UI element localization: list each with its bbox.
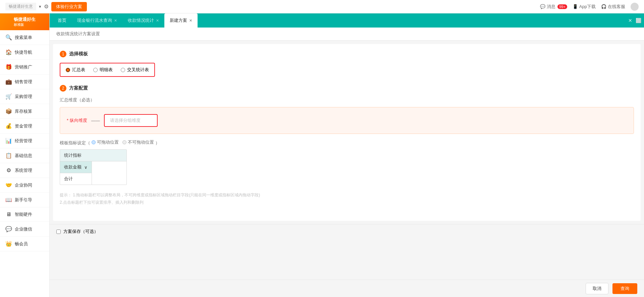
service-icon: 🎧 [601,4,606,9]
save-label: 方案保存（可选） [63,229,98,235]
wechat-icon: 💬 [5,226,12,232]
management-icon: 📊 [5,138,12,144]
col1-dropdown-icon[interactable]: ∨ [84,165,88,170]
hardware-icon: 🖥 [5,211,12,217]
query-button[interactable]: 查询 [612,283,637,294]
dim-arrow: —— [91,118,100,123]
sidebar-item-hardware[interactable]: 🖥 智能硬件 [0,207,49,222]
download-button[interactable]: 📱 App下载 [573,4,596,10]
gear-icon[interactable]: ⚙ [44,3,49,10]
sidebar-item-guide[interactable]: 📖 新手引导 [0,193,49,207]
col2-label: 合计 [64,176,73,181]
hint-2: 2.点击标题栏下拉可设置排序、插入列和删除列 [60,199,634,206]
tab-receipt-label: 收款情况统计 [128,17,154,23]
content-area: 首页 现金银行流水查询 ✕ 收款情况统计 ✕ 新建方案 ✕ ✕ ⬜ [50,13,644,297]
top-bar-right: 💬 消息 99+ 📱 App下载 🎧 在线客服 [540,3,639,11]
sidebar-item-management[interactable]: 📊 经营管理 [0,134,49,148]
indicator-settings: 模板指标设定（ 可拖动位置 不可拖动位置 ） [60,139,634,185]
search-icon: 🔍 [5,34,12,41]
page-header-text: 收款情况统计方案设置 [56,31,100,36]
step1-section: 1 选择模板 汇总表 明细表 [60,51,634,77]
sidebar-label-system: 系统管理 [15,167,32,174]
step2-title: 方案配置 [69,85,88,91]
radio-cross[interactable]: 交叉统计表 [121,67,149,73]
top-bar: 畅捷通好生意 ▾ ⚙ 体验行业方案 💬 消息 99+ 📱 App下载 🎧 在线客… [0,0,644,13]
non-draggable-dot [122,140,126,144]
tab-home[interactable]: 首页 [52,13,72,28]
radio-cross-input[interactable] [121,68,125,72]
radio-summary-label: 汇总表 [72,67,85,73]
col1-header[interactable]: 收款金额 ∨ [60,161,92,173]
radio-summary-input[interactable] [66,68,70,72]
tab-new-plan[interactable]: 新建方案 ✕ [164,13,198,28]
sidebar-item-nav[interactable]: 🏠 快捷导航 [0,45,49,60]
indicator-header: 模板指标设定（ 可拖动位置 不可拖动位置 ） [60,139,634,146]
sidebar-label-base: 基础信息 [15,153,32,159]
trial-button[interactable]: 体验行业方案 [51,2,87,11]
sidebar-item-marketing[interactable]: 🎁 营销推广 [0,60,49,75]
tab-cashflow[interactable]: 现金银行流水查询 ✕ [72,13,122,28]
avatar[interactable] [631,3,639,11]
dropdown-icon[interactable]: ▾ [39,4,41,9]
tab-receipt[interactable]: 收款情况统计 ✕ [122,13,164,28]
sidebar-label-sales: 销售管理 [15,79,32,85]
sidebar-item-finance[interactable]: 💰 资金管理 [0,119,49,134]
tab-cashflow-close[interactable]: ✕ [114,18,117,23]
step1-number: 1 [60,51,66,57]
base-icon: 📋 [5,152,12,159]
save-checkbox[interactable] [56,230,61,234]
sidebar-item-sales[interactable]: 💼 销售管理 [0,75,49,89]
message-badge: 99+ [557,4,567,9]
hint-text: 提示： 1.拖动标题栏可以调整布局，不可跨维度或指标区域拖动栏目字段(只能在同一… [60,192,634,206]
sidebar-item-collab[interactable]: 🤝 企业协同 [0,178,49,193]
sidebar-item-system[interactable]: ⚙ 系统管理 [0,163,49,178]
tab-cashflow-label: 现金银行流水查询 [77,17,112,23]
purchase-icon: 🛒 [5,93,12,100]
step2-number: 2 [60,85,66,92]
brand-sub: 标准版 [14,22,36,27]
col1-label: 收款金额 [64,164,82,170]
window-controls: ✕ ⬜ [628,18,641,23]
vertical-dim-label: * 纵向维度 [67,117,87,123]
main-layout: 畅捷通好生 标准版 🔍 搜索菜单 🏠 快捷导航 🎁 营销推广 💼 销售管理 🛒 … [0,13,644,297]
cancel-button[interactable]: 取消 [586,283,608,294]
close-window-icon[interactable]: ✕ [628,18,632,23]
indicator-label: 模板指标设定（ 可拖动位置 不可拖动位置 ） [60,139,160,146]
brand-name: 畅捷通好生 [14,16,36,22]
tab-new-plan-label: 新建方案 [170,17,187,23]
guide-icon: 📖 [5,197,12,203]
sidebar-item-purchase[interactable]: 🛒 采购管理 [0,89,49,104]
indicator-columns: 收款金额 ∨ 合计 [60,161,126,185]
radio-detail[interactable]: 明细表 [93,67,113,73]
maximize-icon[interactable]: ⬜ [636,18,641,23]
service-button[interactable]: 🎧 在线客服 [601,4,625,10]
tab-bar: 首页 现金银行流水查询 ✕ 收款情况统计 ✕ 新建方案 ✕ ✕ ⬜ [50,13,644,28]
sidebar-label-guide: 新手引导 [15,197,32,203]
step2-header: 2 方案配置 [60,85,634,92]
sidebar-item-base[interactable]: 📋 基础信息 [0,148,49,163]
collab-icon: 🤝 [5,182,12,188]
sidebar-item-wechat[interactable]: 💬 企业微信 [0,222,49,237]
sidebar-label-member: 畅会员 [15,241,28,247]
tab-home-label: 首页 [58,17,66,23]
sidebar-label-finance: 资金管理 [15,123,32,129]
radio-summary[interactable]: 汇总表 [66,67,85,73]
step1-header: 1 选择模板 [60,51,634,57]
inventory-icon: 📦 [5,108,12,114]
sidebar-item-member[interactable]: 👑 畅会员 [0,237,49,251]
message-label: 消息 [547,4,555,10]
sidebar-item-search[interactable]: 🔍 搜索菜单 [0,30,49,45]
dimension-section-label: 汇总维度（必选） [60,97,634,103]
sidebar-label-inventory: 库存核算 [15,108,32,114]
radio-detail-input[interactable] [93,68,98,72]
radio-cross-label: 交叉统计表 [127,67,149,73]
template-select-box: 汇总表 明细表 交叉统计表 [60,63,155,77]
message-button[interactable]: 💬 消息 99+ [540,4,567,10]
tab-receipt-close[interactable]: ✕ [156,18,159,23]
indicator-table-header: 统计指标 [60,150,126,161]
top-bar-left: 畅捷通好生意 ▾ ⚙ 体验行业方案 [5,2,87,11]
sidebar-item-inventory[interactable]: 📦 库存核算 [0,104,49,119]
dimension-select[interactable]: 请选择分组维度 [104,114,158,127]
sidebar-label-search: 搜索菜单 [15,35,32,41]
tab-new-plan-close[interactable]: ✕ [189,18,192,23]
